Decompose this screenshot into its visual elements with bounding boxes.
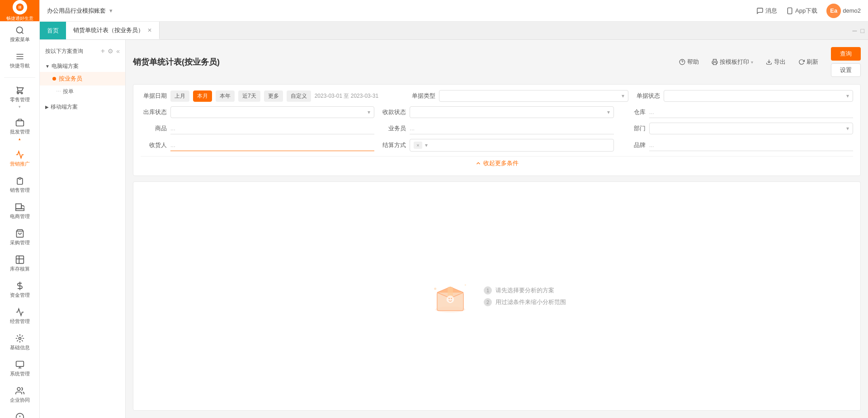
sidebar-item-newbie[interactable]: 新手引导	[0, 408, 39, 418]
tab-maximize-btn[interactable]: □	[861, 27, 864, 34]
left-panel-header: 按以下方案查询 + ⚙ «	[40, 43, 125, 59]
refresh-btn[interactable]: 刷新	[795, 56, 822, 68]
dept-label: 部门	[619, 124, 646, 133]
panel-collapse-btn[interactable]: «	[116, 48, 120, 55]
settlement-select[interactable]: × ▾	[410, 139, 613, 152]
print-btn[interactable]: 按模板打印 ▾	[708, 56, 757, 68]
out-status-select[interactable]: ▾	[170, 106, 374, 118]
scheme-item-salesperson[interactable]: 按业务员	[40, 72, 125, 86]
app-download-label: App下载	[795, 7, 817, 15]
salesperson-input[interactable]: ...	[410, 123, 613, 134]
sidebar-item-operations[interactable]: 经营管理	[0, 303, 39, 329]
svg-point-24	[434, 287, 436, 290]
sidebar-enterprise-label: 企业协同	[10, 397, 30, 404]
breadcrumb-dropdown-icon[interactable]: ▾	[109, 7, 113, 14]
settlement-tag-close[interactable]: ×	[416, 142, 419, 148]
product-label: 商品	[141, 124, 167, 133]
sidebar-item-retail[interactable]: 零售管理 ▾	[0, 81, 39, 114]
scheme-subitem-order[interactable]: ⋯ 按单	[40, 86, 125, 98]
tab-bar: 首页 销货单统计表（按业务员） ✕ ─ □	[40, 22, 868, 40]
scheme-salesperson-label: 按业务员	[59, 75, 82, 83]
scheme-group-pc-title[interactable]: ▼ 电脑端方案	[40, 61, 125, 72]
payment-status-select[interactable]: ▾	[410, 106, 613, 118]
header-right: 消息 App下载 Ea demo2	[756, 4, 861, 18]
svg-point-26	[461, 291, 462, 293]
product-placeholder: ...	[170, 125, 374, 132]
export-btn[interactable]: 导出	[762, 56, 789, 68]
scheme-settings-btn[interactable]: ⚙	[108, 48, 113, 55]
left-panel: 按以下方案查询 + ⚙ « ▼ 电脑端方案 按业务员 ⋯ 按单	[40, 40, 126, 418]
user-profile-btn[interactable]: Ea demo2	[826, 4, 861, 18]
svg-point-0	[16, 27, 22, 33]
doc-type-label: 单据类型	[409, 92, 435, 100]
sidebar-item-search[interactable]: 搜索菜单	[0, 21, 39, 48]
collapse-conditions-btn[interactable]: 收起更多条件	[141, 156, 853, 170]
doc-type-select[interactable]: ▾	[439, 90, 628, 102]
scheme-group-mobile-title[interactable]: ▶ 移动端方案	[40, 101, 125, 113]
query-button[interactable]: 查询	[831, 47, 861, 61]
sidebar-item-purchase[interactable]: 采购管理	[0, 224, 39, 251]
sidebar-item-system[interactable]: 系统管理	[0, 356, 39, 382]
date-btn-more[interactable]: 更多	[264, 90, 283, 102]
warehouse-input[interactable]: ...	[649, 106, 853, 118]
brand-input[interactable]: ...	[649, 139, 853, 151]
sidebar-retail-label: 零售管理	[10, 96, 30, 103]
sidebar-item-quicknav[interactable]: 快捷导航	[0, 48, 39, 74]
consignee-label: 收货人	[141, 141, 167, 149]
date-btn-this-month[interactable]: 本月	[193, 90, 212, 102]
collapse-label: 收起更多条件	[483, 159, 519, 167]
help-btn[interactable]: 帮助	[675, 56, 703, 68]
date-btn-last-7[interactable]: 近7天	[238, 90, 260, 102]
tab-bar-actions: ─ □	[849, 22, 868, 39]
tip-num-1: 1	[484, 286, 492, 294]
doc-status-select[interactable]: ▾	[664, 90, 853, 102]
svg-rect-3	[16, 256, 24, 264]
consignee-input[interactable]: ...	[170, 139, 374, 151]
payment-status-label: 收款状态	[380, 108, 406, 116]
tab-home[interactable]: 首页	[40, 22, 66, 39]
svg-point-7	[17, 388, 20, 391]
tab-minimize-btn[interactable]: ─	[853, 27, 857, 34]
date-btn-custom[interactable]: 自定义	[287, 90, 311, 102]
sidebar-basic-label: 基础信息	[10, 344, 30, 351]
sidebar: 畅捷通好生意 搜索菜单 快捷导航 零售管理 ▾ 批发管理 ▴ 营销推广 销售管理…	[0, 0, 40, 418]
product-input[interactable]: ...	[170, 123, 374, 134]
out-status-label: 出库状态	[141, 108, 167, 116]
doc-type-dropdown-icon: ▾	[622, 93, 624, 99]
sidebar-item-inventory[interactable]: 库存核算	[0, 251, 39, 277]
tab-sales-stats[interactable]: 销货单统计表（按业务员） ✕	[66, 22, 160, 39]
svg-point-25	[465, 284, 466, 285]
sidebar-item-wholesale[interactable]: 批发管理 ▴	[0, 114, 39, 146]
settlement-dropdown-icon: ▾	[425, 142, 428, 148]
sidebar-item-marketing[interactable]: 营销推广	[0, 146, 39, 172]
tab-close-btn[interactable]: ✕	[147, 27, 152, 33]
sidebar-logo[interactable]: 畅捷通好生意	[0, 0, 40, 21]
tip-num-2: 2	[484, 298, 492, 306]
salesperson-label: 业务员	[380, 124, 406, 133]
settings-button[interactable]: 设置	[831, 63, 861, 77]
message-btn[interactable]: 消息	[756, 7, 777, 15]
consignee-placeholder: ...	[170, 142, 374, 148]
app-download-btn[interactable]: App下载	[786, 7, 817, 15]
date-btn-this-year[interactable]: 本年	[216, 90, 235, 102]
scheme-group-pc-label: 电脑端方案	[52, 62, 79, 70]
date-range: 2023-03-01 至 2023-03-31	[315, 92, 378, 100]
sidebar-item-enterprise[interactable]: 企业协同	[0, 382, 39, 408]
user-avatar: Ea	[826, 4, 841, 18]
dept-select[interactable]: ▾	[649, 123, 853, 134]
sidebar-item-basic[interactable]: 基础信息	[0, 329, 39, 356]
settlement-tag: ×	[414, 142, 422, 149]
filter-row-3: 商品 ... 业务员 ... 部门	[141, 123, 853, 134]
sidebar-item-finance[interactable]: 资金管理	[0, 277, 39, 303]
svg-rect-6	[16, 361, 24, 367]
sidebar-item-ecommerce[interactable]: 电商管理	[0, 198, 39, 224]
tip-text-1: 请先选择要分析的方案	[495, 286, 554, 294]
empty-tip-2: 2 用过滤条件来缩小分析范围	[484, 298, 566, 306]
sidebar-item-sales[interactable]: 销售管理	[0, 172, 39, 198]
brand-placeholder: ...	[649, 142, 853, 148]
date-btn-last-month[interactable]: 上月	[170, 90, 189, 102]
sidebar-inventory-label: 库存核算	[10, 266, 30, 272]
page-title-actions: 帮助 按模板打印 ▾ 导出 刷新	[675, 47, 861, 77]
add-scheme-btn[interactable]: +	[101, 47, 105, 55]
scheme-group-mobile-label: 移动端方案	[51, 103, 78, 111]
